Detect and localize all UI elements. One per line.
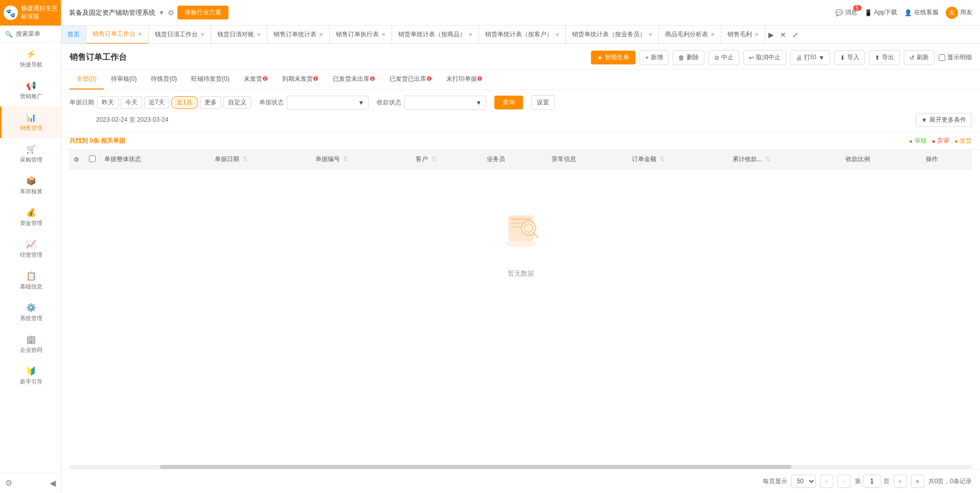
th-check[interactable] [85, 150, 100, 169]
purchase-icon: 🛒 [26, 144, 36, 154]
tabs-scroll-right[interactable]: ▶ [765, 26, 777, 44]
sidebar-item-system[interactable]: ⚙️ 系统管理 [0, 297, 61, 328]
tab-close-icon[interactable]: ✕ [319, 32, 323, 37]
sidebar-item-finance[interactable]: 💰 资金管理 [0, 201, 61, 233]
show-detail-checkbox-label[interactable]: 显示明细 [939, 53, 972, 62]
sidebar-item-purchase[interactable]: 🛒 采购管理 [0, 138, 61, 170]
cancel-suspend-button[interactable]: ↩ 取消中止 [743, 50, 786, 65]
date-yesterday-button[interactable]: 昨天 [97, 96, 119, 109]
next-button[interactable]: › [894, 475, 907, 488]
tab-sales-stats[interactable]: 销售订单统计表 ✕ [267, 26, 330, 44]
abandon-button[interactable]: ● 弃审 [932, 137, 949, 145]
expand-conditions-button[interactable]: ▼ 展开更多条件 [916, 113, 972, 127]
tab-sales-exec[interactable]: 销售订单执行表 ✕ [330, 26, 392, 44]
tab-cash-reconcile[interactable]: 钱货日清对账 ✕ [211, 26, 267, 44]
scrollbar-thumb[interactable] [160, 465, 792, 469]
next-group-button[interactable]: » [911, 475, 924, 488]
sub-tab-overdue-not-shipped[interactable]: 到期未发货❶ [275, 70, 326, 89]
smart-generate-button[interactable]: ★ 智能生单 [591, 51, 635, 64]
tab-sales-product[interactable]: 销货单统计表（按商品） ✕ [392, 26, 479, 44]
tabs-close-all[interactable]: ✕ [777, 26, 789, 44]
sub-tab-all[interactable]: 全部(0) [70, 70, 104, 89]
add-button[interactable]: + 新增 [640, 50, 669, 65]
tab-close-icon[interactable]: ✕ [200, 32, 204, 37]
tab-profit-analysis[interactable]: 商品毛利分析表 ✕ [659, 26, 721, 44]
industry-solution-button[interactable]: 体验行业方案 [177, 6, 229, 19]
tabs-expand[interactable]: ⤢ [789, 26, 802, 44]
delete-button[interactable]: 🗑 删除 [673, 50, 704, 65]
settings-icon[interactable]: ⚙ [168, 9, 174, 17]
sidebar-settings-icon[interactable]: ⚙ [5, 478, 12, 488]
tab-cash-daily[interactable]: 钱货日清工作台 ✕ [149, 26, 211, 44]
page-size-select[interactable]: 50 [791, 475, 816, 488]
online-service-button[interactable]: 👤 在线客服 [904, 8, 939, 17]
sidebar-item-basic-info[interactable]: 📋 基础信息 [0, 265, 61, 297]
th-number[interactable]: 单据编号 ⇅ [311, 150, 412, 169]
sidebar-item-quick-nav[interactable]: ⚡ 快捷导航 [0, 43, 61, 75]
pay-status-filter-select[interactable]: ▼ [404, 96, 486, 110]
sidebar-item-marketing[interactable]: 📢 营销推广 [0, 75, 61, 106]
tab-close-icon[interactable]: ✕ [138, 31, 142, 37]
sub-tab-shipped-out[interactable]: 已发货已出库❶ [382, 70, 439, 89]
prev-button[interactable]: ‹ [837, 475, 851, 488]
sidebar-search-item[interactable]: 🔍 搜索菜单 [0, 26, 61, 43]
th-customer[interactable]: 客户 ⇅ [412, 150, 482, 169]
sidebar-collapse-icon[interactable]: ◀ [50, 478, 56, 488]
th-staff[interactable]: 业务员 [483, 150, 548, 169]
th-amount[interactable]: 订单金额 ⇅ [628, 150, 728, 169]
sidebar-item-sales[interactable]: 📊 销售管理 [0, 106, 61, 138]
tab-close-icon[interactable]: ✕ [381, 32, 385, 37]
tab-sales-staff[interactable]: 销货单统计表（按业务员） ✕ [566, 26, 659, 44]
sidebar-item-enterprise[interactable]: 🏢 企业协同 [0, 328, 61, 360]
deliver-button[interactable]: ● 发货 [954, 137, 972, 145]
tab-close-icon[interactable]: ✕ [468, 32, 472, 37]
import-button[interactable]: ⬇ 导入 [834, 50, 865, 65]
prev-group-button[interactable]: « [820, 475, 833, 488]
filter-settings-button[interactable]: 设置 [531, 95, 555, 110]
user-menu-button[interactable]: 友 用友 [946, 7, 972, 19]
sub-tab-shipped-not-out[interactable]: 已发货未出库❶ [326, 70, 382, 89]
sub-tab-pending-review[interactable]: 待审核(0) [104, 70, 144, 89]
app-download-button[interactable]: 📱 App下载 [864, 8, 897, 17]
date-last1m-button[interactable]: 近1月 [171, 96, 198, 109]
sub-tab-wangpu-pending[interactable]: 旺铺待发货(0) [184, 70, 237, 89]
tab-close-icon[interactable]: ✕ [755, 32, 759, 37]
page-number-input[interactable] [863, 475, 881, 488]
logo-text: 畅捷通好生意 标准版 [21, 5, 58, 20]
print-button[interactable]: 🖨 打印 ▼ [790, 50, 830, 65]
th-settings[interactable]: ⚙ [70, 150, 85, 169]
tabs-bar: 首页 销售订单工作台 ✕ 钱货日清工作台 ✕ 钱货日清对账 ✕ 销售订单统计表 … [61, 26, 980, 44]
tab-sales-trend[interactable]: 销售毛利 ✕ [721, 26, 765, 44]
sub-tab-pending-pickup[interactable]: 待拣货(0) [144, 70, 184, 89]
tab-sales-customer[interactable]: 销货单统计表（按客户） ✕ [479, 26, 566, 44]
tab-close-icon[interactable]: ✕ [555, 32, 559, 37]
app-title-dropdown-icon[interactable]: ▼ [158, 9, 165, 16]
message-button[interactable]: 💬 消息 5 [835, 8, 857, 17]
sidebar-item-guide[interactable]: 🔰 新手引导 [0, 360, 61, 392]
query-button[interactable]: 查询 [494, 96, 523, 109]
th-date[interactable]: 单据日期 ⇅ [211, 150, 311, 169]
tab-close-icon[interactable]: ✕ [257, 32, 261, 37]
deliver-icon: ● [954, 138, 958, 145]
export-button[interactable]: ⬆ 导出 [869, 50, 900, 65]
horizontal-scrollbar[interactable] [70, 465, 972, 469]
tab-home[interactable]: 首页 [61, 26, 86, 44]
sidebar-item-inventory[interactable]: 📦 库存核算 [0, 170, 61, 201]
date-today-button[interactable]: 今天 [121, 96, 142, 109]
tab-close-icon[interactable]: ✕ [711, 32, 715, 37]
sidebar-item-operations[interactable]: 📈 经营管理 [0, 233, 61, 265]
refresh-button[interactable]: ↺ 刷新 [904, 50, 935, 65]
date-custom-button[interactable]: 自定义 [223, 96, 251, 109]
suspend-button[interactable]: ⊘ 中止 [709, 50, 739, 65]
tab-sales-workbench[interactable]: 销售订单工作台 ✕ [86, 26, 149, 44]
status-filter-select[interactable]: ▼ [287, 96, 369, 110]
date-more-button[interactable]: 更多 [200, 96, 221, 109]
th-collected[interactable]: 累计收款... ⇅ [728, 150, 841, 169]
show-detail-checkbox[interactable] [939, 54, 945, 61]
approve-button[interactable]: ● 审核 [909, 137, 926, 145]
sub-tab-not-printed[interactable]: 未打印单据❶ [439, 70, 490, 89]
sub-tab-not-shipped[interactable]: 未发货❶ [237, 70, 275, 89]
select-all-checkbox[interactable] [89, 155, 96, 162]
tab-close-icon[interactable]: ✕ [648, 32, 652, 37]
date-last7-button[interactable]: 近7天 [144, 96, 169, 109]
